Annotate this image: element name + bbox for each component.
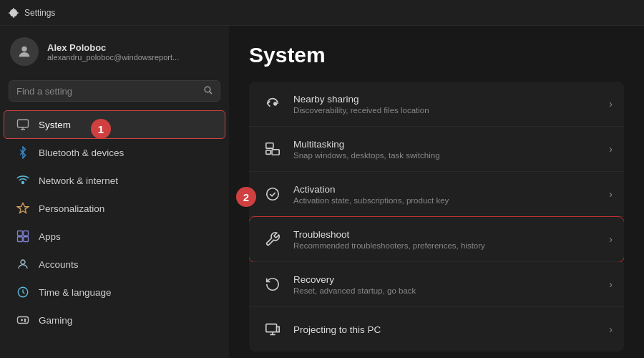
setting-desc: Snap windows, desktops, task switching: [293, 151, 609, 160]
settings-group: Nearby sharing Discoverability, received…: [249, 82, 624, 352]
setting-item-nearby-sharing[interactable]: Nearby sharing Discoverability, received…: [249, 82, 624, 127]
setting-item-multitasking[interactable]: Multitasking Snap windows, desktops, tas…: [249, 127, 624, 172]
setting-item-troubleshoot[interactable]: Troubleshoot Recommended troubleshooters…: [249, 217, 624, 262]
user-profile[interactable]: Alex Poloboc alexandru_poloboc@windowsre…: [0, 26, 229, 77]
annotation-1: 1: [91, 119, 111, 139]
svg-point-12: [24, 319, 26, 321]
svg-point-0: [21, 47, 26, 52]
activation-icon: [260, 182, 285, 206]
svg-rect-15: [266, 143, 273, 148]
setting-item-recovery[interactable]: Recovery Reset, advanced startup, go bac…: [249, 262, 624, 307]
sidebar-item-label-accounts: Accounts: [39, 259, 79, 270]
page-title: System: [249, 43, 624, 67]
svg-line-2: [210, 92, 212, 94]
user-name: Alex Poloboc: [47, 42, 179, 53]
chevron-icon: ›: [609, 279, 613, 290]
setting-label: Recovery: [293, 274, 609, 285]
settings-icon: [9, 8, 19, 18]
setting-label: Troubleshoot: [293, 229, 609, 240]
sidebar-item-label-apps: Apps: [39, 231, 61, 242]
user-email: alexandru_poloboc@windowsreport...: [47, 53, 179, 62]
setting-label: Projecting to this PC: [293, 324, 609, 335]
sidebar-item-label-personalization: Personalization: [39, 203, 104, 214]
chevron-icon: ›: [609, 98, 613, 110]
setting-text-activation: Activation Activation state, subscriptio…: [293, 184, 609, 205]
sidebar-item-bluetooth[interactable]: Bluetooth & devices: [4, 139, 225, 166]
main-layout: Alex Poloboc alexandru_poloboc@windowsre…: [0, 26, 644, 358]
svg-rect-16: [272, 150, 279, 155]
search-icon: [203, 85, 213, 97]
recovery-icon: [260, 272, 285, 296]
svg-rect-7: [18, 237, 23, 242]
title-bar: Settings: [0, 0, 644, 26]
svg-point-9: [21, 260, 25, 264]
sidebar: Alex Poloboc alexandru_poloboc@windowsre…: [0, 26, 229, 358]
sidebar-item-apps[interactable]: Apps: [4, 223, 225, 250]
troubleshoot-icon: [260, 227, 285, 251]
sidebar-item-network[interactable]: Network & internet: [4, 167, 225, 194]
sidebar-item-label-time: Time & language: [39, 287, 112, 298]
sidebar-item-label-network: Network & internet: [39, 175, 118, 186]
svg-point-18: [267, 188, 279, 200]
svg-rect-5: [18, 231, 23, 236]
svg-point-13: [24, 321, 26, 322]
system-icon: [16, 117, 30, 132]
chevron-icon: ›: [609, 233, 613, 245]
svg-point-14: [274, 102, 277, 105]
nav-list: System 1 Bluetooth & devices Network & i…: [0, 110, 229, 334]
time-icon: [16, 285, 30, 299]
title-bar-text: Settings: [24, 8, 55, 18]
nearby-sharing-icon: [260, 92, 285, 116]
setting-text-recovery: Recovery Reset, advanced startup, go bac…: [293, 274, 609, 295]
apps-icon: [16, 229, 30, 243]
setting-desc: Reset, advanced startup, go back: [293, 286, 609, 295]
sidebar-item-label-system: System: [39, 120, 71, 130]
setting-text-nearby-sharing: Nearby sharing Discoverability, received…: [293, 94, 609, 115]
setting-desc: Activation state, subscriptions, product…: [293, 196, 609, 205]
svg-rect-3: [18, 120, 29, 127]
chevron-icon: ›: [609, 188, 613, 200]
annotation-2: 2: [236, 187, 256, 207]
setting-desc: Discoverability, received files location: [293, 106, 609, 115]
bluetooth-icon: [16, 145, 30, 160]
chevron-icon: ›: [609, 324, 613, 335]
sidebar-item-gaming[interactable]: Gaming: [4, 306, 225, 334]
multitasking-icon: [260, 137, 285, 161]
setting-text-projecting: Projecting to this PC: [293, 324, 609, 335]
content-area: 2 System: [229, 26, 644, 358]
sidebar-item-label-bluetooth: Bluetooth & devices: [39, 147, 124, 158]
setting-label: Multitasking: [293, 139, 609, 150]
sidebar-item-time[interactable]: Time & language: [4, 279, 225, 306]
setting-item-activation[interactable]: Activation Activation state, subscriptio…: [249, 172, 624, 217]
search-input[interactable]: [16, 86, 197, 97]
svg-rect-17: [266, 150, 270, 155]
sidebar-item-accounts[interactable]: Accounts: [4, 251, 225, 278]
setting-text-troubleshoot: Troubleshoot Recommended troubleshooters…: [293, 229, 609, 250]
setting-desc: Recommended troubleshooters, preferences…: [293, 241, 609, 250]
search-box[interactable]: [9, 80, 220, 102]
svg-rect-8: [24, 237, 29, 242]
sidebar-item-label-gaming: Gaming: [39, 315, 72, 326]
sidebar-item-system[interactable]: System: [4, 111, 225, 138]
svg-rect-6: [24, 231, 29, 236]
accounts-icon: [16, 257, 30, 271]
personalization-icon: [16, 201, 30, 216]
avatar: [10, 37, 39, 66]
projecting-icon: [260, 317, 285, 342]
svg-point-4: [22, 182, 24, 184]
svg-point-1: [205, 87, 210, 92]
gaming-icon: [16, 313, 30, 327]
sidebar-item-personalization[interactable]: Personalization: [4, 195, 225, 222]
user-info: Alex Poloboc alexandru_poloboc@windowsre…: [47, 42, 179, 62]
chevron-icon: ›: [609, 143, 613, 155]
setting-item-projecting[interactable]: Projecting to this PC ›: [249, 307, 624, 352]
setting-label: Activation: [293, 184, 609, 195]
setting-label: Nearby sharing: [293, 94, 609, 105]
setting-text-multitasking: Multitasking Snap windows, desktops, tas…: [293, 139, 609, 160]
svg-rect-19: [266, 324, 277, 332]
network-icon: [16, 173, 30, 188]
